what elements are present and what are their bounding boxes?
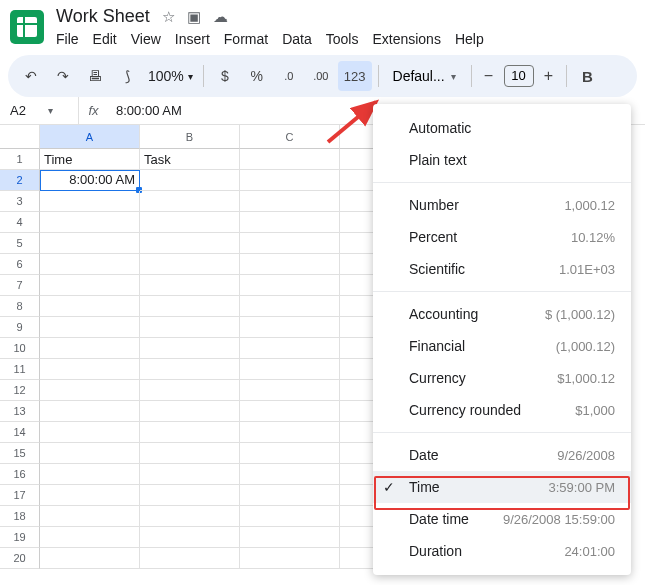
more-formats-button[interactable]: 123	[338, 61, 372, 91]
cell-b10[interactable]	[140, 338, 240, 359]
cell-c6[interactable]	[240, 254, 340, 275]
cell-c2[interactable]	[240, 170, 340, 191]
cell-b1[interactable]: Task	[140, 149, 240, 170]
cell-a17[interactable]	[40, 485, 140, 506]
cell-c18[interactable]	[240, 506, 340, 527]
row-header[interactable]: 4	[0, 212, 40, 233]
cell-a14[interactable]	[40, 422, 140, 443]
decrease-font-button[interactable]: −	[478, 67, 500, 85]
format-option-financial[interactable]: Financial(1,000.12)	[373, 330, 631, 362]
cell-b13[interactable]	[140, 401, 240, 422]
cell-a9[interactable]	[40, 317, 140, 338]
cell-c10[interactable]	[240, 338, 340, 359]
row-header[interactable]: 1	[0, 149, 40, 170]
cell-a6[interactable]	[40, 254, 140, 275]
bold-button[interactable]: B	[573, 61, 603, 91]
format-option-date[interactable]: Date9/26/2008	[373, 439, 631, 471]
cell-a20[interactable]	[40, 548, 140, 569]
increase-decimal-button[interactable]: .00	[306, 61, 336, 91]
cell-b20[interactable]	[140, 548, 240, 569]
cell-c14[interactable]	[240, 422, 340, 443]
cell-c4[interactable]	[240, 212, 340, 233]
cell-c19[interactable]	[240, 527, 340, 548]
cell-c9[interactable]	[240, 317, 340, 338]
cell-b6[interactable]	[140, 254, 240, 275]
menu-edit[interactable]: Edit	[93, 31, 117, 47]
document-title[interactable]: Work Sheet	[56, 6, 150, 27]
row-header[interactable]: 9	[0, 317, 40, 338]
cell-a1[interactable]: Time	[40, 149, 140, 170]
format-option-currency-rounded[interactable]: Currency rounded$1,000	[373, 394, 631, 426]
increase-font-button[interactable]: +	[538, 67, 560, 85]
menu-help[interactable]: Help	[455, 31, 484, 47]
row-header[interactable]: 6	[0, 254, 40, 275]
cell-c1[interactable]	[240, 149, 340, 170]
print-icon[interactable]: 🖶	[80, 61, 110, 91]
row-header[interactable]: 3	[0, 191, 40, 212]
format-option-time[interactable]: ✓Time3:59:00 PM	[373, 471, 631, 503]
cell-a19[interactable]	[40, 527, 140, 548]
cell-b18[interactable]	[140, 506, 240, 527]
cell-a13[interactable]	[40, 401, 140, 422]
format-option-plain-text[interactable]: Plain text	[373, 144, 631, 176]
move-icon[interactable]: ▣	[187, 8, 201, 26]
menu-extensions[interactable]: Extensions	[372, 31, 440, 47]
undo-icon[interactable]: ↶	[16, 61, 46, 91]
cell-b9[interactable]	[140, 317, 240, 338]
row-header[interactable]: 16	[0, 464, 40, 485]
decrease-decimal-button[interactable]: .0	[274, 61, 304, 91]
cell-b15[interactable]	[140, 443, 240, 464]
row-header[interactable]: 8	[0, 296, 40, 317]
sheets-logo[interactable]	[10, 10, 44, 44]
cell-a11[interactable]	[40, 359, 140, 380]
format-option-duration[interactable]: Duration24:01:00	[373, 535, 631, 567]
format-option-number[interactable]: Number1,000.12	[373, 189, 631, 221]
cell-b5[interactable]	[140, 233, 240, 254]
cell-c20[interactable]	[240, 548, 340, 569]
cell-a15[interactable]	[40, 443, 140, 464]
font-size-input[interactable]: 10	[504, 65, 534, 87]
cell-b16[interactable]	[140, 464, 240, 485]
cell-c8[interactable]	[240, 296, 340, 317]
cell-a18[interactable]	[40, 506, 140, 527]
name-box[interactable]: A2▾	[0, 103, 78, 118]
menu-view[interactable]: View	[131, 31, 161, 47]
row-header[interactable]: 10	[0, 338, 40, 359]
cell-c5[interactable]	[240, 233, 340, 254]
cell-a16[interactable]	[40, 464, 140, 485]
format-option-accounting[interactable]: Accounting$ (1,000.12)	[373, 298, 631, 330]
cell-a12[interactable]	[40, 380, 140, 401]
cell-b3[interactable]	[140, 191, 240, 212]
cell-b11[interactable]	[140, 359, 240, 380]
font-select[interactable]: Defaul...▾	[385, 68, 465, 84]
row-header[interactable]: 12	[0, 380, 40, 401]
row-header[interactable]: 7	[0, 275, 40, 296]
cell-a4[interactable]	[40, 212, 140, 233]
cell-a8[interactable]	[40, 296, 140, 317]
redo-icon[interactable]: ↷	[48, 61, 78, 91]
cell-a10[interactable]	[40, 338, 140, 359]
cell-a3[interactable]	[40, 191, 140, 212]
row-header[interactable]: 11	[0, 359, 40, 380]
row-header[interactable]: 15	[0, 443, 40, 464]
format-option-currency[interactable]: Currency$1,000.12	[373, 362, 631, 394]
row-header[interactable]: 14	[0, 422, 40, 443]
menu-file[interactable]: File	[56, 31, 79, 47]
star-icon[interactable]: ☆	[162, 8, 175, 26]
formula-input[interactable]: 8:00:00 AM	[108, 103, 182, 118]
paint-format-icon[interactable]: ⟆	[112, 61, 142, 91]
cell-b17[interactable]	[140, 485, 240, 506]
cell-b7[interactable]	[140, 275, 240, 296]
row-header[interactable]: 5	[0, 233, 40, 254]
cell-a7[interactable]	[40, 275, 140, 296]
row-header[interactable]: 18	[0, 506, 40, 527]
row-header[interactable]: 13	[0, 401, 40, 422]
format-option-automatic[interactable]: Automatic	[373, 112, 631, 144]
cloud-icon[interactable]: ☁	[213, 8, 228, 26]
menu-insert[interactable]: Insert	[175, 31, 210, 47]
percent-button[interactable]: %	[242, 61, 272, 91]
cell-c13[interactable]	[240, 401, 340, 422]
cell-b2[interactable]	[140, 170, 240, 191]
cell-c7[interactable]	[240, 275, 340, 296]
cell-c3[interactable]	[240, 191, 340, 212]
